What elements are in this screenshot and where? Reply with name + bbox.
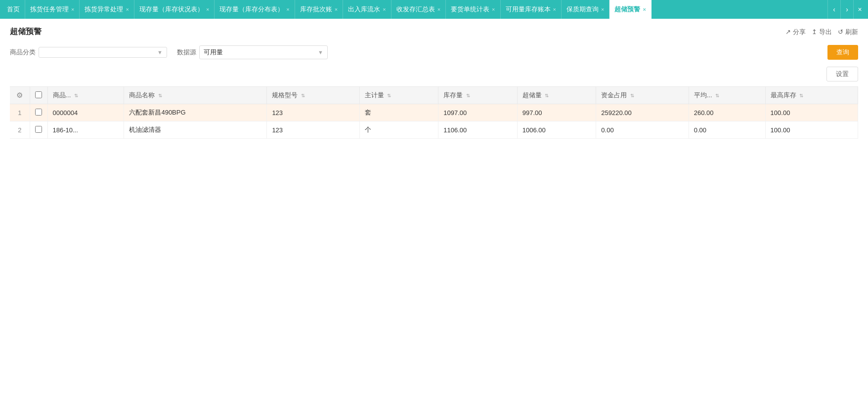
sort-icon[interactable]: ⇅ xyxy=(158,93,162,98)
page-title: 超储预警 xyxy=(10,27,785,37)
export-button[interactable]: ↥ 导出 xyxy=(812,28,832,37)
row-stock: 1106.00 xyxy=(438,121,518,139)
close-icon[interactable]: × xyxy=(437,6,440,12)
row-unit: 套 xyxy=(359,104,438,121)
export-icon: ↥ xyxy=(812,28,817,36)
col-avg-label: 平均... xyxy=(694,91,712,99)
datasource-select-value: 可用量 xyxy=(204,48,223,57)
table-row: 1 0000004 六配套新昌490BPG 123 套 1097.00 997.… xyxy=(10,104,858,121)
nav-close-all-button[interactable]: × xyxy=(853,0,866,19)
row-checkbox-cell xyxy=(30,104,47,121)
col-checkbox xyxy=(30,87,47,104)
row-product-code: 0000004 xyxy=(47,104,124,121)
col-spec-label: 规格型号 xyxy=(272,91,298,99)
col-capital: 资金占用 ⇅ xyxy=(596,87,689,104)
nav-tab-batch[interactable]: 库存批次账 × xyxy=(295,0,343,19)
row-checkbox[interactable] xyxy=(35,126,42,133)
row-over-stock: 1006.00 xyxy=(517,121,596,139)
row-capital: 259220.00 xyxy=(596,104,689,121)
chevron-down-icon: ▼ xyxy=(157,49,163,55)
sort-icon[interactable]: ⇅ xyxy=(301,93,305,98)
nav-tab-overstock[interactable]: 超储预警 × xyxy=(609,0,651,19)
nav-prev-button[interactable]: ‹ xyxy=(827,0,840,19)
row-unit: 个 xyxy=(359,121,438,139)
category-select[interactable]: ▼ xyxy=(39,47,167,58)
nav-tab-summary[interactable]: 收发存汇总表 × xyxy=(391,0,446,19)
row-spec: 123 xyxy=(267,104,359,121)
sort-icon[interactable]: ⇅ xyxy=(630,93,634,98)
nav-tab-requisition[interactable]: 要货单统计表 × xyxy=(446,0,500,19)
nav-tab-home[interactable]: 首页 xyxy=(2,0,25,19)
close-icon[interactable]: × xyxy=(126,6,129,12)
header-actions: ↗ 分享 ↥ 导出 ↺ 刷新 xyxy=(785,28,858,37)
close-icon[interactable]: × xyxy=(383,6,386,12)
col-max-stock-label: 最高库存 xyxy=(771,91,796,99)
row-index: 1 xyxy=(10,104,30,121)
close-icon[interactable]: × xyxy=(492,6,495,12)
col-avg: 平均... ⇅ xyxy=(689,87,765,104)
main-content: 超储预警 ↗ 分享 ↥ 导出 ↺ 刷新 商品分类 ▼ 数据源 xyxy=(0,19,868,395)
share-icon: ↗ xyxy=(785,28,791,36)
query-button[interactable]: 查询 xyxy=(827,45,858,60)
datasource-label: 数据源 xyxy=(177,48,196,57)
chevron-down-icon: ▼ xyxy=(318,49,323,55)
sort-icon[interactable]: ⇅ xyxy=(74,93,78,98)
col-capital-label: 资金占用 xyxy=(601,91,627,99)
refresh-button[interactable]: ↺ 刷新 xyxy=(838,28,858,37)
col-overstock-label: 超储量 xyxy=(522,91,542,99)
row-index: 2 xyxy=(10,121,30,139)
filter-actions: 查询 xyxy=(827,45,858,60)
sort-icon[interactable]: ⇅ xyxy=(466,93,470,98)
sort-icon[interactable]: ⇅ xyxy=(799,93,803,98)
nav-tab-task-mgmt[interactable]: 拣货任务管理 × xyxy=(25,0,80,19)
row-product-code: 186-10... xyxy=(47,121,124,139)
nav-tab-usable-stock[interactable]: 可用量库存账本 × xyxy=(501,0,562,19)
datasource-filter: 数据源 可用量 ▼ xyxy=(177,45,328,59)
nav-tab-shelf-life[interactable]: 保质期查询 × xyxy=(562,0,609,19)
gear-icon[interactable]: ⚙ xyxy=(16,91,23,99)
settings-button[interactable]: 设置 xyxy=(826,67,858,81)
close-icon[interactable]: × xyxy=(643,6,646,12)
row-avg: 0.00 xyxy=(689,121,765,139)
row-checkbox-cell xyxy=(30,121,47,139)
col-product-name: 商品名称 ⇅ xyxy=(124,87,267,104)
sort-icon[interactable]: ⇅ xyxy=(545,93,549,98)
row-capital: 0.00 xyxy=(596,121,689,139)
nav-arrows: ‹ › × xyxy=(827,0,866,19)
category-filter: 商品分类 ▼ xyxy=(10,47,167,58)
col-unit: 主计量 ⇅ xyxy=(359,87,438,104)
row-product-name: 六配套新昌490BPG xyxy=(124,104,267,121)
sort-icon[interactable]: ⇅ xyxy=(715,93,719,98)
row-product-name: 机油滤清器 xyxy=(124,121,267,139)
col-overstock: 超储量 ⇅ xyxy=(517,87,596,104)
close-icon[interactable]: × xyxy=(71,6,74,12)
nav-tab-exception[interactable]: 拣货异常处理 × xyxy=(80,0,134,19)
col-spec: 规格型号 ⇅ xyxy=(267,87,359,104)
row-max-stock: 100.00 xyxy=(765,121,858,139)
filter-row: 商品分类 ▼ 数据源 可用量 ▼ 查询 xyxy=(10,45,858,60)
row-max-stock: 100.00 xyxy=(765,104,858,121)
col-product-code: 商品... ⇅ xyxy=(47,87,124,104)
nav-next-button[interactable]: › xyxy=(840,0,853,19)
close-icon[interactable]: × xyxy=(206,6,209,12)
sort-icon[interactable]: ⇅ xyxy=(387,93,391,98)
data-table: ⚙ 商品... ⇅ 商品名称 ⇅ 规格型号 ⇅ 主计量 xyxy=(10,86,858,139)
nav-tab-stock-dist[interactable]: 现存量（库存分布表） × xyxy=(215,0,295,19)
share-button[interactable]: ↗ 分享 xyxy=(785,28,806,37)
nav-tab-inout-flow[interactable]: 出入库流水 × xyxy=(343,0,391,19)
col-settings: ⚙ xyxy=(10,87,30,104)
category-label: 商品分类 xyxy=(10,48,36,57)
page-header: 超储预警 ↗ 分享 ↥ 导出 ↺ 刷新 xyxy=(10,27,858,37)
close-icon[interactable]: × xyxy=(601,6,604,12)
close-icon[interactable]: × xyxy=(553,6,556,12)
datasource-select[interactable]: 可用量 ▼ xyxy=(199,45,328,59)
close-icon[interactable]: × xyxy=(286,6,289,12)
col-stock-label: 库存量 xyxy=(443,91,463,99)
select-all-checkbox[interactable] xyxy=(35,91,42,98)
nav-tab-stock-status[interactable]: 现存量（库存状况表） × xyxy=(134,0,215,19)
row-avg: 260.00 xyxy=(689,104,765,121)
col-unit-label: 主计量 xyxy=(365,91,384,99)
close-icon[interactable]: × xyxy=(335,6,338,12)
row-checkbox[interactable] xyxy=(35,109,42,116)
refresh-icon: ↺ xyxy=(838,28,843,36)
